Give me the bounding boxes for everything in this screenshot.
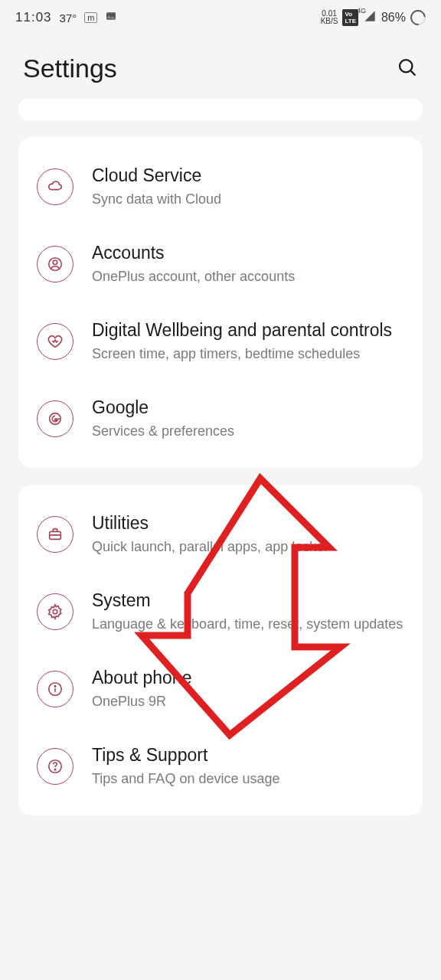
row-accounts[interactable]: Accounts OnePlus account, other accounts (18, 225, 423, 302)
row-google[interactable]: Google Services & preferences (18, 380, 423, 457)
svg-point-10 (54, 685, 55, 686)
row-title: Tips & Support (92, 744, 404, 766)
account-icon (37, 246, 74, 283)
svg-line-2 (411, 70, 416, 75)
status-temp: 37° (60, 11, 77, 24)
row-subtitle: Sync data with Cloud (92, 190, 404, 208)
row-subtitle: OnePlus account, other accounts (92, 267, 404, 286)
signal-icon: 4G (363, 10, 377, 25)
info-icon (37, 671, 74, 707)
row-title: Utilities (92, 512, 404, 534)
row-subtitle: Tips and FAQ on device usage (92, 769, 404, 788)
battery-percent: 86% (381, 11, 406, 24)
row-subtitle: OnePlus 9R (92, 692, 404, 710)
row-subtitle: Screen time, app timers, bedtime schedul… (92, 345, 404, 363)
row-cloud-service[interactable]: Cloud Service Sync data with Cloud (18, 148, 423, 225)
header: Settings (0, 32, 441, 99)
battery-ring-icon (407, 7, 429, 28)
google-icon (37, 400, 74, 437)
row-title: Digital Wellbeing and parental controls (92, 319, 404, 341)
svg-point-7 (53, 609, 57, 614)
svg-point-4 (53, 260, 57, 265)
row-system[interactable]: System Language & keyboard, time, reset,… (18, 573, 423, 650)
gear-icon (37, 593, 74, 630)
cloud-icon (37, 168, 74, 205)
blank-spacer-card (18, 99, 423, 120)
row-tips-support[interactable]: Tips & Support Tips and FAQ on device us… (18, 727, 423, 805)
picture-icon (105, 10, 117, 26)
row-digital-wellbeing[interactable]: Digital Wellbeing and parental controls … (18, 302, 423, 380)
settings-group-2: Utilities Quick launch, parallel apps, a… (18, 485, 423, 815)
status-speed: 0.01 KB/S (321, 10, 338, 25)
row-subtitle: Quick launch, parallel apps, app locker (92, 537, 404, 556)
page-title: Settings (23, 54, 117, 83)
row-title: System (92, 590, 404, 612)
row-utilities[interactable]: Utilities Quick launch, parallel apps, a… (18, 495, 423, 573)
m-icon: m (84, 12, 97, 23)
row-subtitle: Language & keyboard, time, reset, system… (92, 615, 404, 633)
briefcase-icon (37, 516, 74, 553)
status-bar: 11:03 37° m 0.01 KB/S VoLTE 4G 86% (0, 0, 441, 32)
status-time: 11:03 (15, 10, 52, 25)
row-title: About phone (92, 667, 404, 689)
row-title: Accounts (92, 242, 404, 264)
svg-point-12 (54, 769, 55, 769)
settings-group-1: Cloud Service Sync data with Cloud Accou… (18, 137, 423, 468)
row-title: Cloud Service (92, 165, 404, 187)
help-icon (37, 748, 74, 785)
row-subtitle: Services & preferences (92, 422, 404, 440)
svg-point-1 (400, 60, 412, 72)
volte-icon: VoLTE (342, 9, 358, 26)
row-about-phone[interactable]: About phone OnePlus 9R (18, 650, 423, 727)
search-button[interactable] (397, 57, 418, 81)
row-title: Google (92, 397, 404, 419)
heart-icon (37, 323, 74, 360)
